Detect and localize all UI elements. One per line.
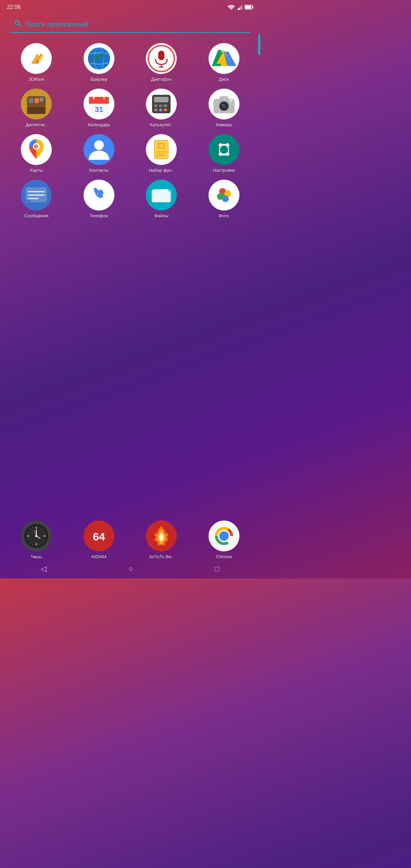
- icon-chrome: [209, 521, 239, 551]
- svg-point-108: [35, 535, 37, 537]
- app-dispatcher-label: Диспетче..: [25, 122, 47, 127]
- svg-text:8: 8: [160, 108, 162, 112]
- svg-text:7: 7: [155, 108, 157, 112]
- status-bar: 22:06: [0, 0, 260, 13]
- svg-rect-85: [156, 155, 165, 156]
- svg-point-40: [39, 98, 43, 102]
- app-3dmark-label: 3DMark: [28, 77, 44, 82]
- app-functions[interactable]: Набор фун..: [132, 134, 191, 173]
- app-dictaphone[interactable]: Диктофон: [132, 43, 191, 82]
- icon-dispatcher: [21, 89, 52, 119]
- icon-photos: [209, 180, 239, 210]
- icon-settings: [209, 134, 239, 165]
- svg-rect-83: [156, 151, 166, 152]
- icon-maps: G: [21, 134, 52, 165]
- bottom-dock: Часы 64 AIDA64 A: [0, 515, 260, 578]
- dock-aida64-label: AIDA64: [91, 554, 107, 559]
- app-contacts-label: Контакты: [89, 168, 109, 173]
- icon-files: [146, 180, 177, 210]
- dock-clock-label: Часы: [31, 554, 42, 559]
- battery-icon: [245, 5, 253, 10]
- app-calculator[interactable]: + - × 7 8 = Калькулят..: [132, 89, 191, 127]
- icon-camera: [209, 89, 239, 119]
- app-messages-label: Сообщения: [24, 213, 49, 218]
- app-dispatcher[interactable]: Диспетче..: [7, 89, 66, 127]
- search-bar[interactable]: Поиск приложений: [10, 16, 250, 33]
- svg-rect-80: [159, 144, 164, 148]
- app-calculator-label: Калькулят..: [150, 122, 173, 127]
- svg-point-0: [231, 9, 232, 10]
- back-button[interactable]: ◁: [41, 564, 47, 573]
- svg-point-38: [28, 98, 34, 103]
- svg-rect-21: [158, 51, 164, 60]
- signal-icon: [237, 4, 242, 10]
- app-messages[interactable]: Сообщения: [7, 180, 66, 218]
- app-files[interactable]: Файлы: [132, 180, 191, 218]
- svg-point-68: [222, 104, 223, 105]
- icon-drive: [209, 43, 239, 74]
- icon-messages: [21, 180, 52, 210]
- svg-text:64: 64: [93, 531, 105, 543]
- app-drive[interactable]: Диск: [195, 43, 254, 82]
- dock-aida64[interactable]: 64 AIDA64: [70, 521, 129, 559]
- svg-text:G: G: [36, 144, 39, 149]
- time: 22:06: [7, 4, 21, 10]
- app-calendar[interactable]: 31 Календарь: [70, 89, 129, 127]
- icon-phone: [84, 180, 114, 210]
- icon-dictaphone: [146, 43, 177, 74]
- dock-antutu[interactable]: AnTuTu Be..: [132, 521, 191, 559]
- icon-calculator: + - × 7 8 =: [146, 89, 177, 119]
- icon-calendar: 31: [84, 89, 114, 119]
- status-icons: [227, 4, 253, 10]
- wifi-icon: [227, 4, 235, 10]
- svg-text:+: +: [155, 104, 157, 107]
- home-button[interactable]: ○: [128, 564, 133, 573]
- svg-rect-50: [154, 97, 169, 102]
- svg-line-7: [19, 24, 21, 26]
- app-files-label: Файлы: [154, 213, 169, 218]
- app-settings-label: Настройки: [213, 168, 235, 173]
- app-maps-label: Карты: [30, 168, 43, 173]
- icon-contacts: [84, 134, 114, 165]
- app-grid: 3DMark Браузер: [0, 40, 260, 225]
- svg-rect-44: [89, 101, 109, 104]
- svg-rect-69: [229, 100, 233, 102]
- dock-clock[interactable]: Часы: [7, 521, 66, 559]
- svg-rect-5: [245, 6, 251, 9]
- search-icon: [14, 19, 22, 29]
- app-contacts[interactable]: Контакты: [70, 134, 129, 173]
- icon-browser: [84, 43, 114, 74]
- svg-point-75: [94, 140, 104, 150]
- app-camera[interactable]: Камера: [195, 89, 254, 127]
- icon-clock: [21, 521, 52, 551]
- svg-rect-39: [35, 98, 39, 103]
- app-maps[interactable]: G Карты: [7, 134, 66, 173]
- app-dictaphone-label: Диктофон: [151, 77, 172, 82]
- svg-point-114: [219, 531, 229, 541]
- icon-functions: [146, 134, 177, 165]
- dock-chrome[interactable]: Chrome: [195, 521, 254, 559]
- app-browser-label: Браузер: [90, 77, 108, 82]
- app-photos[interactable]: Фото: [195, 180, 254, 218]
- svg-text:31: 31: [95, 105, 103, 114]
- svg-rect-84: [156, 153, 164, 154]
- app-browser[interactable]: Браузер: [70, 43, 129, 82]
- app-3dmark[interactable]: 3DMark: [7, 43, 66, 82]
- app-calendar-label: Календарь: [88, 122, 110, 127]
- svg-rect-96: [152, 191, 171, 202]
- app-phone-label: Телефон: [90, 213, 108, 218]
- recent-button[interactable]: □: [215, 564, 219, 573]
- dock-chrome-label: Chrome: [216, 554, 232, 559]
- svg-text:=: =: [165, 108, 166, 112]
- app-phone[interactable]: Телефон: [70, 180, 129, 218]
- app-photos-label: Фото: [219, 213, 229, 218]
- svg-rect-37: [27, 103, 46, 107]
- scroll-hint: [258, 34, 260, 55]
- svg-rect-4: [252, 6, 253, 8]
- icon-aida64: 64: [84, 521, 114, 551]
- nav-bar: ◁ ○ □: [0, 561, 260, 578]
- icon-3dmark: [21, 43, 52, 74]
- dock-antutu-label: AnTuTu Be..: [149, 554, 174, 559]
- app-settings[interactable]: Настройки: [195, 134, 254, 173]
- svg-text:×: ×: [165, 104, 166, 107]
